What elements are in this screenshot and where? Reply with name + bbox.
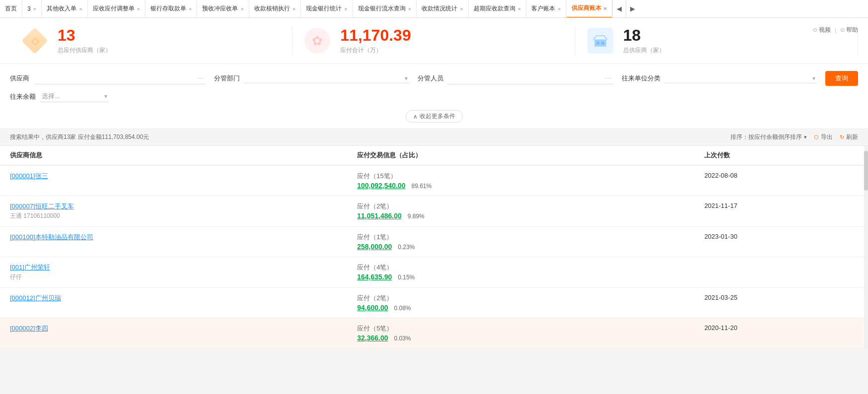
collapse-button[interactable]: ∧ 收起更多条件	[406, 110, 463, 123]
nav-arrow-left[interactable]: ◀	[612, 0, 626, 18]
tx-info-cell: 应付（5笔）32,366.000.03%	[347, 318, 694, 348]
collapse-bar: ∧ 收起更多条件	[10, 107, 858, 124]
supplier-sub: 仔仔	[10, 273, 337, 281]
nav-tab-supplier-ledger[interactable]: 供应商账本 ×	[567, 0, 612, 18]
tx-amount[interactable]: 164,635.90	[357, 273, 392, 281]
close-icon[interactable]: ×	[137, 6, 140, 12]
nav-tab-cash-bank-stats[interactable]: 现金银行统计 ×	[301, 0, 353, 18]
category-select[interactable]: ▾	[664, 74, 818, 83]
table-row: [001]广州荣轩仔仔应付（4笔）164,635.900.15%	[0, 257, 868, 288]
result-actions: 排序：按应付余额倒序排序 ▾ ⬡ 导出 ↻ 刷新	[730, 133, 858, 141]
person-input-wrap[interactable]: ···	[447, 73, 614, 84]
nav-tab-payment-exec[interactable]: 收款核销执行 ×	[249, 0, 301, 18]
supplier-info-cell: [000012]广州贝瑞	[0, 288, 347, 318]
tx-amount[interactable]: 258,000.00	[357, 243, 392, 251]
nav-tab-payment-stats[interactable]: 收款情况统计 ×	[417, 0, 468, 18]
chevron-up-icon: ∧	[413, 113, 418, 120]
total-suppliers-count: 18	[623, 27, 665, 44]
tx-label: 应付（5笔）	[357, 325, 393, 332]
close-icon[interactable]: ×	[292, 6, 295, 12]
nav-tab-home[interactable]: 首页	[0, 0, 22, 18]
tx-info-cell: 应付（15笔）100,092,540.0089.61%	[347, 165, 694, 196]
col-tx-info: 应付交易信息（占比）	[347, 146, 694, 165]
summary-info-payable: 13 总应付供应商（家）	[58, 27, 111, 55]
tx-amount[interactable]: 94,600.00	[357, 304, 388, 312]
video-link[interactable]: ⊙ 视频	[813, 26, 831, 34]
search-row-2: 往来余额 选择... ▾	[10, 91, 858, 102]
nav-tab-bank[interactable]: 银行存取款单 ×	[145, 0, 197, 18]
tx-percent: 0.15%	[398, 274, 415, 281]
export-button[interactable]: ⬡ 导出	[814, 133, 833, 141]
last-payment-cell: 2020-11-20	[694, 318, 868, 348]
nav-tab-3[interactable]: 3 ×	[22, 0, 42, 18]
tx-amount[interactable]: 100,092,540.00	[357, 182, 405, 190]
export-icon: ⬡	[814, 134, 819, 140]
top-right-links: ⊙ 视频 | ⊙ 帮助	[813, 26, 858, 34]
last-payment-cell	[694, 257, 868, 288]
balance-field: 往来余额 选择... ▾	[10, 91, 109, 102]
tx-label: 应付（1笔）	[357, 233, 393, 241]
query-button[interactable]: 查询	[825, 71, 858, 86]
nav-tab-customer-ledger[interactable]: 客户账本 ×	[526, 0, 566, 18]
scrollbar-thumb[interactable]	[864, 151, 868, 191]
supplier-link[interactable]: [000002]李四	[10, 325, 48, 332]
divider: |	[835, 27, 836, 34]
nav-tab-overdue[interactable]: 超期应收款查询 ×	[469, 0, 526, 18]
supplier-info-cell: [001]广州荣轩仔仔	[0, 257, 347, 288]
supplier-dots-icon[interactable]: ···	[197, 74, 204, 83]
person-input[interactable]	[449, 74, 605, 82]
svg-rect-1	[596, 42, 599, 45]
supplier-link[interactable]: [000001]张三	[10, 172, 48, 180]
close-icon[interactable]: ×	[240, 6, 243, 12]
tx-percent: 0.03%	[394, 335, 411, 342]
supplier-info-cell: [000007]恒旺二手叉车王通 17106110000	[0, 196, 347, 227]
person-dots-icon[interactable]: ···	[605, 74, 611, 83]
supplier-table: 供应商信息 应付交易信息（占比） 上次付数 [000001]张三应付（15笔）1…	[0, 146, 868, 348]
supplier-link[interactable]: [001]广州荣轩	[10, 263, 50, 271]
supplier-link[interactable]: [000100]本特勒油品有限公司	[10, 233, 93, 241]
supplier-sub: 王通 17106110000	[10, 212, 337, 220]
svg-rect-2	[601, 42, 604, 45]
tx-info-cell: 应付（1笔）258,000.000.23%	[347, 227, 694, 257]
nav-tab-other-income[interactable]: 其他收入单 ×	[42, 0, 87, 18]
supplier-input[interactable]	[36, 74, 197, 82]
close-icon[interactable]: ×	[408, 6, 411, 12]
balance-label: 往来余额	[10, 92, 36, 101]
tx-percent: 89.61%	[412, 183, 432, 190]
close-icon[interactable]: ×	[189, 6, 192, 12]
refresh-icon: ↻	[840, 134, 844, 140]
supplier-link[interactable]: [000012]广州贝瑞	[10, 294, 61, 302]
supplier-field: 供应商 ···	[10, 73, 206, 84]
dept-select[interactable]: ▾	[244, 74, 410, 83]
table-row: [000002]李四应付（5笔）32,366.000.03%2020-11-20	[0, 318, 868, 348]
search-area: 供应商 ··· 分管部门 ▾ 分管人员 ··· 往来单位分类	[0, 64, 868, 129]
close-icon[interactable]: ×	[558, 6, 561, 12]
nav-arrow-right[interactable]: ▶	[626, 0, 639, 18]
close-icon[interactable]: ×	[460, 6, 463, 12]
sort-label[interactable]: 排序：按应付余额倒序排序 ▾	[730, 133, 807, 141]
close-icon[interactable]: ×	[344, 6, 347, 12]
supplier-link[interactable]: [000007]恒旺二手叉车	[10, 202, 74, 210]
last-payment-cell: 2021-03-25	[694, 288, 868, 318]
supplier-input-wrap[interactable]: ···	[34, 73, 206, 84]
tx-label: 应付（2笔）	[357, 202, 393, 210]
tx-label: 应付（4笔）	[357, 263, 393, 271]
close-icon[interactable]: ×	[604, 5, 607, 11]
right-scrollbar[interactable]	[864, 146, 868, 348]
close-icon[interactable]: ×	[33, 6, 36, 12]
tx-label: 应付（2笔）	[357, 294, 393, 302]
tx-label: 应付（15笔）	[357, 172, 396, 180]
close-icon[interactable]: ×	[518, 6, 521, 12]
tx-info-cell: 应付（2笔）94,600.000.08%	[347, 288, 694, 318]
table-container: 供应商信息 应付交易信息（占比） 上次付数 [000001]张三应付（15笔）1…	[0, 146, 868, 348]
flower-icon: ✿	[302, 26, 332, 56]
nav-tab-cash-flow[interactable]: 现金银行流水查询 ×	[353, 0, 417, 18]
balance-select[interactable]: 选择... ▾	[40, 91, 109, 102]
nav-tab-prepay[interactable]: 预收冲应收单 ×	[197, 0, 249, 18]
tx-amount[interactable]: 11,051,486.00	[357, 212, 402, 220]
help-link[interactable]: ⊙ 帮助	[840, 26, 858, 34]
nav-tab-ar-ap-adjust[interactable]: 应收应付调整单 ×	[88, 0, 145, 18]
refresh-button[interactable]: ↻ 刷新	[840, 133, 858, 141]
tx-amount[interactable]: 32,366.00	[357, 334, 388, 342]
close-icon[interactable]: ×	[79, 6, 82, 12]
